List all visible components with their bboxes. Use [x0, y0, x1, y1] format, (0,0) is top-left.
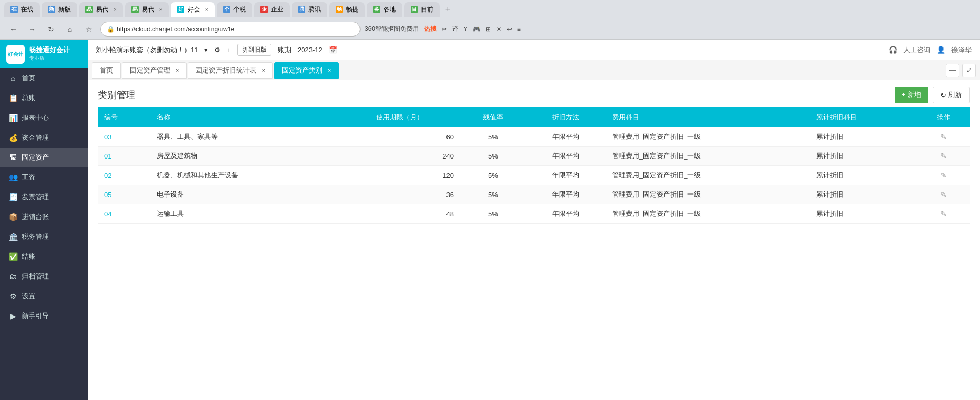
- sidebar-item-reports[interactable]: 📊 报表中心: [0, 108, 88, 128]
- undo-icon[interactable]: ↩: [507, 26, 512, 33]
- back-button[interactable]: ←: [6, 22, 21, 37]
- sidebar-item-guide[interactable]: ▶ 新手引导: [0, 306, 88, 326]
- menu-icon[interactable]: ≡: [517, 26, 521, 33]
- code-link-4[interactable]: 04: [104, 210, 111, 218]
- grid-icon[interactable]: ⊞: [486, 26, 491, 33]
- browser-tab-yidai2[interactable]: 易 易代 ×: [125, 2, 169, 17]
- tab-fixed-assets-category[interactable]: 固定资产类别 ×: [274, 62, 339, 79]
- cell-code-2: 02: [98, 166, 151, 185]
- th-period: 使用期限（月）: [339, 107, 460, 127]
- cell-method-3: 年限平均: [526, 185, 606, 204]
- cell-period-2: 120: [339, 166, 460, 185]
- cell-residual-3: 5%: [460, 185, 526, 204]
- maximize-window-button[interactable]: ⤢: [962, 64, 976, 77]
- sidebar-label-archive: 归档管理: [22, 272, 49, 281]
- game-icon[interactable]: 🎮: [473, 26, 480, 33]
- th-operation: 操作: [917, 107, 970, 127]
- tab-depreciation-report[interactable]: 固定资产折旧统计表 ×: [188, 62, 272, 79]
- customer-service-label[interactable]: 人工咨询: [903, 45, 931, 55]
- tab-nav-actions: — ⤢: [946, 64, 976, 77]
- address-bar-actions: 360智能抠图免费用 热搜 ✂ 译 ¥ 🎮 ⊞ ☀ ↩ ≡: [365, 25, 521, 33]
- browser-tab-muqian[interactable]: 目 目前: [404, 2, 440, 17]
- translate-icon[interactable]: 译: [452, 25, 458, 33]
- sidebar-item-checkout[interactable]: ✅ 结账: [0, 247, 88, 266]
- edit-button-4[interactable]: ✎: [940, 210, 947, 218]
- cell-accumulated-1: 累计折旧: [810, 147, 917, 166]
- edit-button-2[interactable]: ✎: [940, 171, 947, 179]
- tab-close-fixed-assets-category[interactable]: ×: [328, 67, 331, 74]
- tab-close-haohui[interactable]: ×: [205, 7, 208, 13]
- minimize-window-button[interactable]: —: [946, 64, 959, 77]
- main-content: 刘小艳演示账套（勿删勿动！）11 ▾ ⚙ + 切到旧版 账期 2023-12 📅…: [88, 40, 980, 400]
- code-link-1[interactable]: 01: [104, 152, 111, 160]
- dropdown-icon[interactable]: ▾: [204, 46, 208, 54]
- tab-close-depreciation-report[interactable]: ×: [262, 67, 265, 74]
- cell-name-4: 运输工具: [151, 204, 340, 224]
- browser-tab-xinban[interactable]: 新 新版: [42, 2, 77, 17]
- category-table: 编号 名称 使用期限（月） 残值率 折旧方法 费用科目 累计折旧科目 操作 03…: [98, 107, 970, 224]
- headset-icon: 🎧: [889, 46, 897, 54]
- sidebar-item-settings[interactable]: ⚙ 设置: [0, 286, 88, 306]
- table-row: 01 房屋及建筑物 240 5% 年限平均 管理费用_固定资产折旧_一级 累计折…: [98, 147, 970, 166]
- sidebar-item-funds[interactable]: 💰 资金管理: [0, 128, 88, 148]
- yuan-icon[interactable]: ¥: [464, 26, 467, 33]
- url-input[interactable]: 🔒 https://cloud.chanjet.com/accounting/u…: [100, 22, 361, 37]
- tab-fixed-assets-mgmt[interactable]: 固定资产管理 ×: [122, 62, 187, 79]
- sidebar-item-purchase-sales[interactable]: 📦 进销台账: [0, 207, 88, 227]
- add-category-button[interactable]: + 新增: [895, 87, 928, 103]
- browser-tab-gedi[interactable]: 各 各地: [367, 2, 402, 17]
- tab-close-yidai1[interactable]: ×: [114, 7, 117, 13]
- browser-tab-qiye[interactable]: 企 企业: [254, 2, 290, 17]
- browser-tab-zaixian[interactable]: 在 在线: [4, 2, 40, 17]
- sun-icon[interactable]: ☀: [496, 26, 502, 33]
- settings-gear-icon[interactable]: ⚙: [214, 46, 220, 54]
- edit-button-3[interactable]: ✎: [940, 190, 947, 199]
- tax-icon: 🏦: [8, 232, 18, 241]
- cell-method-4: 年限平均: [526, 204, 606, 224]
- sidebar-item-fixed-assets[interactable]: 🏗 固定资产: [0, 148, 88, 167]
- logo-icon-text: 好会计: [8, 51, 23, 58]
- sidebar-label-reports: 报表中心: [22, 113, 49, 123]
- sidebar-item-payroll[interactable]: 👥 工资: [0, 167, 88, 187]
- sidebar-item-tax[interactable]: 🏦 税务管理: [0, 227, 88, 247]
- sidebar-item-archive[interactable]: 🗂 归档管理: [0, 266, 88, 286]
- code-link-0[interactable]: 03: [104, 133, 111, 141]
- edit-button-0[interactable]: ✎: [940, 132, 947, 141]
- switch-to-old-version-button[interactable]: 切到旧版: [237, 44, 271, 56]
- tab-icon-changjie: 畅: [336, 6, 343, 13]
- add-icon[interactable]: +: [227, 46, 231, 54]
- tab-home[interactable]: 首页: [92, 62, 121, 79]
- browser-tab-tencent[interactable]: 腾 腾讯: [292, 2, 327, 17]
- table-row: 04 运输工具 48 5% 年限平均 管理费用_固定资产折旧_一级 累计折旧 ✎: [98, 204, 970, 224]
- cell-expense-1: 管理费用_固定资产折旧_一级: [606, 147, 810, 166]
- guide-icon: ▶: [8, 311, 18, 321]
- refresh-button[interactable]: ↻ 刷新: [933, 87, 970, 103]
- cell-action-0: ✎: [917, 127, 970, 147]
- table-row: 02 机器、机械和其他生产设备 120 5% 年限平均 管理费用_固定资产折旧_…: [98, 166, 970, 185]
- cell-code-3: 05: [98, 185, 151, 204]
- bookmark-button[interactable]: ☆: [81, 22, 96, 37]
- browser-tab-geshui[interactable]: 个 个税: [217, 2, 252, 17]
- sidebar-item-ledger[interactable]: 📋 总账: [0, 88, 88, 108]
- cell-name-3: 电子设备: [151, 185, 340, 204]
- home-icon: ⌂: [8, 74, 18, 83]
- edit-button-1[interactable]: ✎: [940, 152, 947, 160]
- code-link-3[interactable]: 05: [104, 191, 111, 199]
- tab-close-yidai2[interactable]: ×: [159, 7, 163, 13]
- code-link-2[interactable]: 02: [104, 172, 111, 179]
- tab-close-fixed-assets-mgmt[interactable]: ×: [176, 67, 179, 74]
- tab-fixed-assets-category-label: 固定资产类别: [282, 66, 322, 75]
- funds-icon: 💰: [8, 133, 18, 142]
- browser-tab-haohui[interactable]: 好 好会 ×: [171, 2, 215, 17]
- forward-button[interactable]: →: [25, 22, 40, 37]
- browser-tab-changjie[interactable]: 畅 畅提: [329, 2, 365, 17]
- url-text: https://cloud.chanjet.com/accounting/uw1…: [117, 26, 234, 33]
- calendar-icon[interactable]: 📅: [329, 46, 337, 54]
- browser-tab-yidai1[interactable]: 易 易代 ×: [79, 2, 123, 17]
- reload-button[interactable]: ↻: [44, 22, 58, 37]
- sidebar-item-home[interactable]: ⌂ 首页: [0, 68, 88, 88]
- cut-icon[interactable]: ✂: [442, 26, 447, 33]
- new-tab-button[interactable]: +: [442, 3, 454, 16]
- sidebar-item-invoice[interactable]: 🧾 发票管理: [0, 187, 88, 207]
- home-button[interactable]: ⌂: [63, 22, 77, 37]
